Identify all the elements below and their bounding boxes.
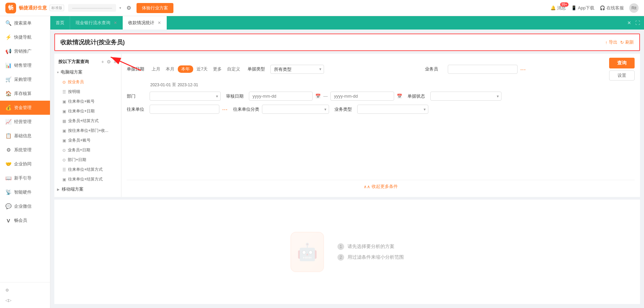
sidebar-item-guide[interactable]: 📖 新手引导 (0, 171, 50, 185)
scheme-item-by-detail[interactable]: ☰ 按明细 (54, 87, 121, 97)
sidebar-item-quicknav[interactable]: ⚡ 快捷导航 (0, 30, 50, 44)
date-btn-more[interactable]: 更多 (211, 65, 224, 73)
sidebar-item-finance[interactable]: 💰 资金管理 (0, 101, 50, 115)
logo-icon: 畅 (5, 3, 16, 13)
top-nav: ────────────── ▾ (68, 4, 121, 12)
online-service-item[interactable]: 🎧 在线客服 (600, 5, 624, 11)
salesperson-more-icon[interactable]: ··· (520, 65, 526, 73)
tab-bar: 首页 现金银行流水查询 ✕ 收款情况统计 ✕ ✕ ⛶ (50, 16, 644, 30)
query-button[interactable]: 查询 (609, 58, 635, 68)
settings-button[interactable]: 设置 (609, 70, 635, 81)
date-btn-custom[interactable]: 自定义 (225, 65, 242, 73)
sidebar-item-wechat[interactable]: 💬 企业微信 (0, 199, 50, 213)
sidebar-item-system[interactable]: ⚙ 系统管理 (0, 143, 50, 157)
calendar-from-icon[interactable]: 📅 (315, 94, 321, 99)
date-btn-7days[interactable]: 近7天 (195, 65, 210, 73)
date-btn-this-month[interactable]: 本月 (164, 65, 176, 73)
sidebar-label-quicknav: 快捷导航 (14, 34, 32, 40)
export-label: 导出 (609, 39, 618, 45)
scheme-item-unit-account[interactable]: ▣ 往来单位+账号 (54, 97, 121, 106)
tab-bank-flow-close-icon[interactable]: ✕ (114, 20, 117, 25)
trial-button[interactable]: 体验行业方案 (137, 3, 173, 13)
export-button[interactable]: ↑ 导出 (605, 39, 618, 45)
scheme-item-dept-date[interactable]: ⊙ 部门+日期 (54, 155, 121, 165)
sidebar-item-vip[interactable]: V 畅会员 (0, 213, 50, 227)
page-header-actions: ↑ 导出 ↻ 刷新 (605, 39, 634, 45)
scheme-group-desktop-title[interactable]: ▾ 电脑端方案 (54, 67, 121, 77)
scheme-item-label-dept-date: 部门+日期 (68, 157, 86, 163)
scheme-item-label-unit-date: 往来单位+日期 (68, 108, 95, 114)
filter-review-date-to[interactable] (330, 92, 394, 101)
scheme-collapse-button[interactable]: « (113, 58, 117, 65)
filter-dept-select[interactable] (150, 92, 221, 101)
scheme-item-icon-unit-date: ▣ (62, 109, 66, 114)
chevron-down-icon: ▾ (57, 70, 59, 74)
refresh-label: 刷新 (625, 39, 634, 45)
notification-item[interactable]: 🔔 消息 99+ (550, 5, 566, 11)
nav-chevron-icon[interactable]: ▾ (119, 6, 121, 10)
scheme-item-sales-settlement[interactable]: ▦ 业务员+结算方式 (54, 116, 121, 126)
operations-icon: 📈 (5, 119, 11, 125)
filter-biz-type-select-wrapper (357, 105, 428, 114)
scheme-item-sales-account[interactable]: ▣ 业务员+账号 (54, 136, 121, 145)
filter-salesperson-item: 业务员 ··· (425, 65, 526, 74)
sidebar-item-marketing[interactable]: 📢 营销推广 (0, 44, 50, 58)
sidebar-item-purchase[interactable]: 🛒 采购管理 (0, 72, 50, 87)
sidebar-bottom-settings[interactable]: ⚙ (0, 285, 50, 295)
logo-text: 畅捷通好生意 (19, 5, 47, 11)
sidebar-item-basic[interactable]: 📋 基础信息 (0, 129, 50, 143)
filter-salesperson-input[interactable] (448, 65, 518, 74)
sidebar-item-hardware[interactable]: 📡 智能硬件 (0, 185, 50, 199)
sidebar-label-hardware: 智能硬件 (14, 189, 32, 195)
date-range-display: 2023-01-01 至 2023-12-31 (150, 82, 198, 88)
sidebar-label-search: 搜索菜单 (14, 20, 32, 26)
sidebar: 🔍 搜索菜单 ⚡ 快捷导航 📢 营销推广 📊 销售管理 🛒 采购管理 🏠 库存核… (0, 16, 50, 308)
scheme-item-unit-settle2[interactable]: ▣ 往来单位+结算方式 (54, 174, 121, 184)
tab-maximize-btn[interactable]: ⛶ (634, 19, 641, 27)
scheme-group-mobile-title[interactable]: ▶ 移动端方案 (54, 184, 121, 194)
tab-home[interactable]: 首页 (50, 16, 70, 30)
filter-review-date-from[interactable] (249, 92, 313, 101)
sidebar-item-inventory[interactable]: 🏠 库存核算 (0, 87, 50, 101)
top-nav-placeholder[interactable]: ────────────── (68, 4, 116, 12)
tab-close-window-btn[interactable]: ✕ (626, 19, 633, 27)
filter-doc-type-select[interactable]: 所有类型 (270, 65, 324, 74)
scheme-item-unit-dept[interactable]: ▣ 按往来单位+部门+收... (54, 126, 121, 136)
app-download-label: App下载 (578, 5, 594, 11)
scheme-item-sales-date[interactable]: ⊙ 业务员+日期 (54, 145, 121, 155)
sidebar-label-inventory: 库存核算 (14, 91, 32, 97)
scheme-item-label-unit-settle1: 往来单位+结算方式 (68, 167, 103, 172)
tab-collection-stats-close-icon[interactable]: ✕ (158, 20, 161, 25)
collapse-bar[interactable]: ∧∧ 收起更多条件 (127, 180, 635, 193)
refresh-button[interactable]: ↻ 刷新 (620, 39, 634, 45)
sidebar-item-collab[interactable]: 🤝 企业协同 (0, 157, 50, 171)
date-btn-this-year[interactable]: 本年 (178, 65, 193, 73)
app-download-item[interactable]: 📱 App下载 (571, 5, 594, 11)
date-btn-last-month[interactable]: 上月 (150, 65, 162, 73)
user-avatar[interactable]: Rit (629, 3, 639, 13)
filter-counterpart-input[interactable] (150, 105, 219, 114)
finance-icon: 💰 (5, 105, 11, 111)
gear-button[interactable]: ⚙ (125, 3, 132, 12)
scheme-item-unit-date[interactable]: ▣ 往来单位+日期 (54, 106, 121, 116)
tab-collection-stats[interactable]: 收款情况统计 ✕ (123, 16, 167, 30)
calendar-to-icon[interactable]: 📅 (397, 94, 402, 99)
sidebar-item-sales[interactable]: 📊 销售管理 (0, 58, 50, 72)
filter-doc-type-item: 单据类型 所有类型 (248, 65, 341, 74)
scheme-item-unit-settle1[interactable]: ☰ 往来单位+结算方式 (54, 165, 121, 174)
bell-icon: 🔔 (550, 5, 556, 10)
filter-doc-status-select[interactable] (430, 92, 501, 101)
filter-counterpart-type-select[interactable] (262, 105, 329, 114)
filter-date-buttons: 上月 本月 本年 近7天 更多 自定义 (150, 65, 242, 73)
filter-counterpart-type-item: 往来单位分类 (233, 105, 329, 114)
sidebar-item-operations[interactable]: 📈 经营管理 (0, 115, 50, 129)
filter-biz-type-select[interactable] (357, 105, 428, 114)
sidebar-bottom-collapse[interactable]: ◁▷ (0, 295, 50, 305)
sidebar-label-basic: 基础信息 (14, 133, 32, 139)
scheme-add-button[interactable]: + (101, 58, 105, 65)
scheme-settings-button[interactable]: ⚙ (106, 58, 112, 65)
scheme-item-by-salesperson[interactable]: ⊙ 按业务员 (54, 77, 121, 87)
counterpart-more-icon[interactable]: ··· (222, 105, 228, 113)
tab-bank-flow[interactable]: 现金银行流水查询 ✕ (70, 16, 123, 30)
sidebar-item-search[interactable]: 🔍 搜索菜单 (0, 16, 50, 30)
